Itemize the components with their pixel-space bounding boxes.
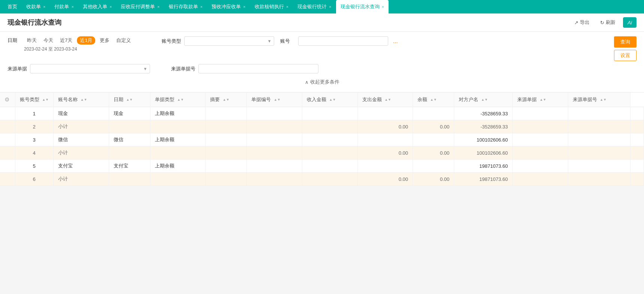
gear-cell	[0, 120, 15, 133]
cell-source-doc	[568, 146, 630, 160]
gear-cell	[0, 160, 15, 173]
cell-balance: 100102606.60	[454, 146, 513, 160]
tab-adjust[interactable]: 应收应付调整单 ×	[116, 0, 164, 13]
export-button[interactable]: ↗ 导出	[571, 18, 593, 27]
date-opt-yesterday[interactable]: 昨天	[25, 36, 39, 45]
account-ellipsis-button[interactable]: ...	[391, 38, 399, 45]
close-icon[interactable]: ×	[110, 4, 112, 9]
cell-account-type: 小计	[53, 120, 109, 133]
cell-expense	[413, 133, 454, 146]
sort-arrows: ▲▼	[481, 98, 488, 101]
date-opt-1month[interactable]: 近1月	[77, 36, 95, 45]
collapse-bar[interactable]: ∧ 收起更多条件	[8, 76, 636, 88]
sort-arrows: ▲▼	[81, 98, 87, 101]
cell-doc-num	[302, 173, 357, 186]
col-source-doc[interactable]: 来源单据 ▲▼	[513, 93, 568, 107]
col-balance[interactable]: 余额 ▲▼	[413, 93, 454, 107]
close-icon[interactable]: ×	[243, 4, 245, 9]
close-icon[interactable]: ×	[382, 4, 384, 9]
sort-arrows: ▲▼	[274, 98, 281, 101]
account-input[interactable]	[298, 36, 388, 46]
refresh-button[interactable]: ↻ 刷新	[597, 18, 618, 27]
table-row: 4小计0.000.00100102606.60	[0, 146, 644, 160]
col-source-doc-num[interactable]: 来源单据号 ▲▼	[568, 93, 630, 107]
col-account-name[interactable]: 账号名称 ▲▼	[53, 93, 109, 107]
close-icon[interactable]: ×	[286, 4, 288, 9]
nav-home[interactable]: 首页	[3, 0, 22, 13]
table-header-row: ⚙ 账号类型 ▲▼ 账号名称 ▲▼ 日期 ▲▼ 单据类型 ▲▼	[0, 93, 644, 107]
cell-source-doc	[568, 173, 630, 186]
cell-summary	[247, 133, 302, 146]
date-opt-custom[interactable]: 自定义	[114, 36, 133, 45]
source-doc-num-input[interactable]	[198, 64, 318, 73]
table-row: 1现金现金上期余额-3528659.33	[0, 107, 644, 120]
tab-other-income[interactable]: 其他收入单 ×	[78, 0, 116, 13]
page-header: 现金银行流水查询 ↗ 导出 ↻ 刷新 Ai	[0, 13, 644, 32]
cell-expense: 0.00	[413, 120, 454, 133]
cell-income: 0.00	[357, 173, 413, 186]
cell-doc-type	[206, 173, 247, 186]
cell-income	[357, 160, 413, 173]
col-doc-type[interactable]: 单据类型 ▲▼	[150, 93, 206, 107]
close-icon[interactable]: ×	[71, 4, 74, 9]
cell-account-name	[109, 146, 150, 160]
cell-doc-type	[206, 120, 247, 133]
top-navigation: 首页 收款单 × 付款单 × 其他收入单 × 应收应付调整单 × 银行存取款单 …	[0, 0, 644, 13]
close-icon[interactable]: ×	[157, 4, 159, 9]
settings-button[interactable]: 设置	[614, 50, 636, 61]
col-account-type[interactable]: 账号类型 ▲▼	[15, 93, 53, 107]
date-opt-today[interactable]: 今天	[41, 36, 56, 45]
col-expense[interactable]: 支出金额 ▲▼	[357, 93, 413, 107]
cell-income	[357, 107, 413, 120]
col-counterparty[interactable]: 对方户名 ▲▼	[454, 93, 513, 107]
cell-source-doc-num	[630, 173, 644, 186]
col-date[interactable]: 日期 ▲▼	[109, 93, 150, 107]
col-summary[interactable]: 摘要 ▲▼	[206, 93, 247, 107]
cell-counterparty	[513, 173, 568, 186]
gear-cell	[0, 146, 15, 160]
cell-source-doc	[568, 120, 630, 133]
cell-balance: -3528659.33	[454, 120, 513, 133]
sort-arrows: ▲▼	[223, 98, 230, 101]
account-type-label: 账号类型	[162, 38, 181, 45]
tab-prepay[interactable]: 预收冲应收单 ×	[207, 0, 250, 13]
cell-income: 0.00	[357, 146, 413, 160]
close-icon[interactable]: ×	[43, 4, 45, 9]
header-actions: ↗ 导出 ↻ 刷新 Ai	[571, 17, 636, 28]
account-label: 账号	[280, 38, 295, 45]
tab-stats[interactable]: 现金银行统计 ×	[293, 0, 336, 13]
close-icon[interactable]: ×	[200, 4, 203, 9]
gear-column-header: ⚙	[0, 93, 15, 107]
tab-payment[interactable]: 付款单 ×	[50, 0, 78, 13]
date-options: 昨天 今天 近7天 近1月 更多 自定义	[25, 36, 133, 45]
tab-receipt[interactable]: 收款单 ×	[22, 0, 50, 13]
gear-cell	[0, 173, 15, 186]
date-opt-7days[interactable]: 近7天	[58, 36, 75, 45]
sort-arrows: ▲▼	[126, 98, 133, 101]
cell-summary	[247, 146, 302, 160]
cell-doc-type	[206, 133, 247, 146]
query-button[interactable]: 查询	[614, 36, 636, 48]
tab-bank[interactable]: 银行存取款单 ×	[164, 0, 207, 13]
cell-counterparty	[513, 120, 568, 133]
gear-cell	[0, 133, 15, 146]
col-doc-num[interactable]: 单据编号 ▲▼	[247, 93, 302, 107]
row-number: 4	[15, 146, 53, 160]
cell-summary	[247, 107, 302, 120]
cell-date	[150, 120, 206, 133]
gear-icon[interactable]: ⚙	[5, 96, 9, 103]
cell-counterparty	[513, 133, 568, 146]
col-income[interactable]: 收入金额 ▲▼	[302, 93, 357, 107]
cell-expense: 0.00	[413, 146, 454, 160]
cell-expense: 0.00	[413, 173, 454, 186]
close-icon[interactable]: ×	[329, 4, 331, 9]
ai-button[interactable]: Ai	[623, 17, 636, 28]
cell-account-type: 微信	[53, 133, 109, 146]
cell-summary	[247, 160, 302, 173]
date-opt-more[interactable]: 更多	[98, 36, 112, 45]
account-type-select[interactable]: ▾	[184, 36, 274, 46]
tab-cashflow[interactable]: 现金银行流水查询 ×	[336, 0, 389, 13]
cell-doc-num	[302, 133, 357, 146]
source-doc-select[interactable]: ▾	[30, 64, 150, 73]
tab-verify[interactable]: 收款核销执行 ×	[250, 0, 293, 13]
